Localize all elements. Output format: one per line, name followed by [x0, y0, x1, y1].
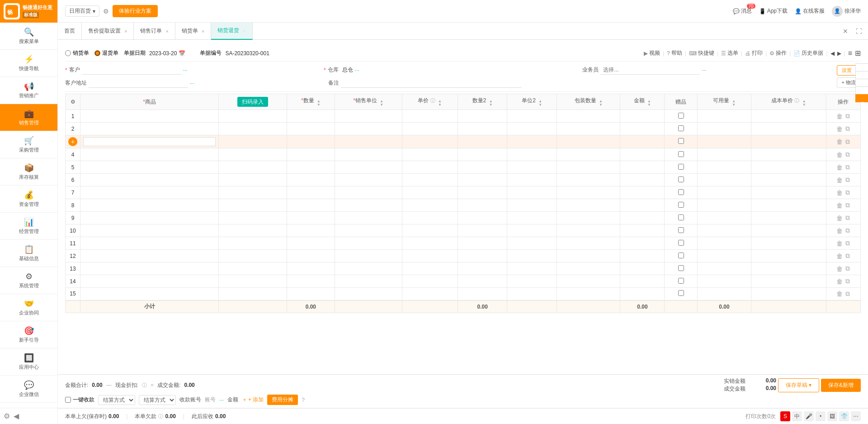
tab-sale-delivery[interactable]: 销货单 × — [175, 23, 211, 40]
delete-icon[interactable]: 🗑 — [836, 214, 843, 222]
gift-checkbox[interactable] — [678, 125, 684, 131]
settings-bottom-icon[interactable]: ⚙ — [4, 412, 10, 420]
unit2-cell[interactable] — [507, 224, 557, 237]
video-btn[interactable]: ▶ 视频 — [644, 49, 660, 57]
unitprice-cell[interactable] — [402, 110, 458, 123]
account-dots[interactable]: ··· — [219, 397, 224, 403]
select-order-btn[interactable]: ☰ 选单 — [721, 49, 738, 57]
user-profile[interactable]: 👤 徐泽华 — [832, 6, 861, 17]
warehouse-select-btn[interactable]: ··· — [355, 67, 359, 73]
gift-checkbox[interactable] — [678, 151, 684, 157]
amount-cell[interactable] — [620, 250, 665, 262]
amount-cell[interactable] — [620, 237, 665, 250]
col-settings-header[interactable]: ⚙ — [66, 94, 80, 110]
next-record-btn[interactable]: ▶ — [837, 50, 841, 57]
saleunit-cell[interactable] — [335, 237, 402, 250]
delete-icon[interactable]: 🗑 — [836, 189, 843, 196]
gift-cell[interactable] — [665, 110, 698, 123]
delete-icon[interactable]: 🗑 — [836, 164, 843, 171]
available-cell[interactable] — [697, 110, 751, 123]
icon-shirt[interactable]: 👕 — [839, 411, 849, 421]
salesperson-input[interactable] — [600, 65, 700, 75]
col-amount-header[interactable]: 金额 ▲▼ — [620, 94, 665, 110]
pkg-cell[interactable] — [557, 199, 620, 212]
tab-sale-delivery-close[interactable]: × — [202, 29, 204, 34]
unitprice-cell[interactable] — [402, 199, 458, 212]
gift-cell[interactable] — [665, 275, 698, 288]
amount-cell[interactable] — [620, 174, 665, 186]
qty2-cell[interactable] — [458, 212, 507, 224]
copy-icon[interactable]: ⧉ — [845, 201, 850, 209]
delete-icon[interactable]: 🗑 — [836, 278, 843, 285]
available-cell[interactable] — [697, 237, 751, 250]
costprice-cell[interactable] — [751, 199, 826, 212]
expand-tab-btn[interactable]: ⛶ — [854, 26, 864, 37]
unit2-cell[interactable] — [507, 262, 557, 275]
topbar-gear-icon[interactable]: ⚙ — [103, 8, 109, 15]
amount-cell[interactable] — [620, 186, 665, 199]
product-cell[interactable] — [80, 237, 219, 250]
product-input[interactable] — [83, 137, 216, 146]
gift-checkbox[interactable] — [678, 176, 684, 182]
delete-icon[interactable]: 🗑 — [836, 125, 843, 133]
qty-cell[interactable] — [287, 199, 335, 212]
pkg-cell[interactable] — [557, 212, 620, 224]
sidebar-item-wechat[interactable]: 💬 企业微信 — [0, 376, 57, 403]
collapse-icon[interactable]: ◀ — [14, 412, 19, 420]
qty-cell[interactable] — [287, 275, 335, 288]
qty2-cell[interactable] — [458, 161, 507, 174]
copy-icon[interactable]: ⧉ — [845, 239, 850, 247]
copy-icon[interactable]: ⧉ — [845, 214, 850, 222]
help-btn[interactable]: ? 帮助 — [667, 49, 682, 57]
col-qty2-header[interactable]: 数量2 ▲▼ — [458, 94, 507, 110]
qty-cell[interactable] — [287, 212, 335, 224]
qty-cell[interactable] — [287, 262, 335, 275]
product-cell[interactable] — [80, 262, 219, 275]
close-tab-btn[interactable]: ✕ — [840, 26, 851, 37]
sidebar-item-basic[interactable]: 📋 基础信息 — [0, 240, 57, 267]
qty-cell[interactable] — [287, 174, 335, 186]
sidebar-item-system[interactable]: ⚙ 系统管理 — [0, 267, 57, 294]
gift-cell[interactable] — [665, 262, 698, 275]
pkg-cell[interactable] — [557, 224, 620, 237]
gift-checkbox[interactable] — [678, 252, 684, 258]
amount-cell[interactable] — [620, 212, 665, 224]
qty2-cell[interactable] — [458, 288, 507, 300]
saleunit-cell[interactable] — [335, 224, 402, 237]
costprice-cell[interactable] — [751, 212, 826, 224]
sidebar-item-operations[interactable]: 📊 经营管理 — [0, 213, 57, 240]
prev-record-btn[interactable]: ◀ — [830, 50, 835, 57]
qty2-cell[interactable] — [458, 275, 507, 288]
col-qty-header[interactable]: *数量 ▲▼ — [287, 94, 335, 110]
qty2-cell[interactable] — [458, 148, 507, 161]
unitprice-cell[interactable] — [402, 123, 458, 135]
unitprice-cell[interactable] — [402, 161, 458, 174]
sidebar-item-quick-nav[interactable]: ⚡ 快捷导航 — [0, 50, 57, 77]
gift-cell[interactable] — [665, 212, 698, 224]
tab-sale-price[interactable]: 售价提取设置 × — [82, 23, 134, 40]
delete-icon[interactable]: 🗑 — [836, 240, 843, 247]
qty-cell[interactable] — [287, 224, 335, 237]
pkg-cell[interactable] — [557, 186, 620, 199]
customer-input[interactable] — [82, 65, 181, 75]
amount-cell[interactable] — [620, 275, 665, 288]
tab-sale-order[interactable]: 销售订单 × — [134, 23, 175, 40]
pkg-cell[interactable] — [557, 275, 620, 288]
calc-select[interactable]: 结算方式 — [139, 395, 176, 405]
one-click-pay-check[interactable]: 一键收款 — [65, 396, 94, 404]
saleunit-cell[interactable] — [335, 174, 402, 186]
remark-input[interactable] — [341, 78, 522, 88]
gift-cell[interactable] — [665, 174, 698, 186]
costprice-cell[interactable] — [751, 224, 826, 237]
costprice-cell[interactable] — [751, 237, 826, 250]
operate-btn[interactable]: ⚙ 操作 — [769, 49, 787, 57]
available-cell[interactable] — [697, 275, 751, 288]
product-cell[interactable] — [80, 148, 219, 161]
amount-cell[interactable] — [620, 148, 665, 161]
sidebar-item-enterprise[interactable]: 🤝 企业协同 — [0, 294, 57, 321]
gift-cell[interactable] — [665, 288, 698, 300]
amount-cell[interactable] — [620, 161, 665, 174]
gift-checkbox[interactable] — [678, 290, 684, 296]
amount-cell[interactable] — [620, 288, 665, 300]
col-cost-header[interactable]: 成本单价 ⓘ ▲▼ — [751, 94, 826, 110]
